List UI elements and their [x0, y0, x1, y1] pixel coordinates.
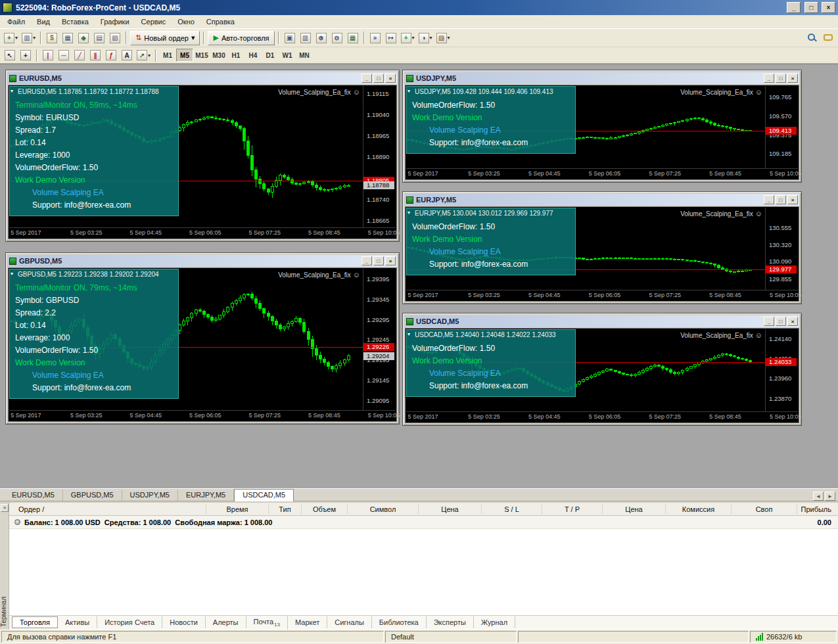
search-button[interactable] — [804, 30, 820, 45]
chart-minimize-button[interactable]: _ — [764, 317, 774, 326]
chart-tab-GBPUSD,M5[interactable]: GBPUSD,M5 — [63, 490, 122, 501]
data-window-button[interactable]: ▦ — [60, 30, 76, 45]
ea-name-badge[interactable]: Volume_Scalping_Ea_fix☺ — [278, 271, 360, 279]
terminal-tab-Активы[interactable]: Активы — [58, 616, 97, 628]
chart-minimize-button[interactable]: _ — [361, 74, 372, 83]
timeframe-MN-button[interactable]: MN — [296, 49, 313, 62]
column-header-12[interactable]: Прибыль — [797, 505, 838, 514]
time-axis[interactable]: 5 Sep 20175 Sep 03:255 Sep 04:455 Sep 06… — [9, 410, 396, 421]
chart-restore-button[interactable]: □ — [373, 74, 384, 83]
column-header-6[interactable]: Цена — [419, 505, 482, 514]
chart-close-button[interactable]: × — [787, 74, 798, 83]
column-header-10[interactable]: Комиссия — [666, 505, 732, 514]
column-header-8[interactable]: T / P — [542, 505, 603, 514]
chart-restore-button[interactable]: □ — [373, 256, 384, 265]
strategy-tester-button[interactable]: ▧ — [107, 30, 123, 45]
add-indicator-button[interactable]: +▾ — [399, 30, 417, 45]
terminal-tab-Журнал[interactable]: Журнал — [474, 616, 515, 628]
autotrading-button[interactable]: ▶Авто-торговля — [208, 31, 274, 45]
column-header-11[interactable]: Своп — [732, 505, 797, 514]
menu-Окно[interactable]: Окно — [172, 16, 200, 28]
chart-window-titlebar[interactable]: USDJPY,M5_□× — [405, 72, 799, 84]
navigator-button[interactable]: ◆ — [76, 30, 91, 45]
horizontal-line-button[interactable]: ─ — [56, 48, 72, 63]
terminal-button[interactable]: ▤ — [91, 30, 107, 45]
trend-line-button[interactable]: ╱ — [72, 48, 87, 63]
equidistant-channel-button[interactable]: ∥ — [87, 48, 103, 63]
column-header-9[interactable]: Цена — [603, 505, 666, 514]
arrows-button[interactable]: ↗▾ — [135, 48, 152, 63]
zoom-in-button[interactable]: ⊕ — [314, 30, 329, 45]
vertical-line-button[interactable]: | — [40, 48, 56, 63]
chart-minimize-button[interactable]: _ — [764, 74, 774, 83]
chart-close-button[interactable]: × — [385, 74, 396, 83]
chart-minimize-button[interactable]: _ — [361, 256, 372, 265]
auto-scroll-button[interactable]: » — [367, 30, 383, 45]
terminal-tab-Новости[interactable]: Новости — [162, 616, 206, 628]
chart-minimize-button[interactable]: _ — [764, 195, 774, 204]
chart-tab-EURUSD,M5[interactable]: EURUSD,M5 — [4, 490, 63, 501]
time-axis[interactable]: 5 Sep 20175 Sep 03:255 Sep 04:455 Sep 06… — [406, 411, 798, 422]
column-header-5[interactable]: Символ — [348, 505, 419, 514]
terminal-tab-Библиотека[interactable]: Библиотека — [372, 616, 427, 628]
column-header-1[interactable]: Ордер / — [9, 505, 206, 514]
chart-plot-area[interactable]: TerminalMonitor ON, 59ms, ~14msSymbol: E… — [9, 86, 363, 227]
chart-plot-area[interactable]: VolumeOrderFlow: 1.50Work Demo VersionVo… — [406, 86, 765, 168]
ea-name-badge[interactable]: Volume_Scalping_Ea_fix☺ — [680, 210, 762, 218]
profiles-button[interactable]: ▥▾ — [20, 30, 37, 45]
chart-window-titlebar[interactable]: EURUSD,M5_□× — [8, 72, 397, 84]
terminal-close-button[interactable]: × — [1, 504, 9, 512]
cursor-button[interactable]: ↖ — [2, 48, 18, 63]
timeframe-D1-button[interactable]: D1 — [262, 49, 279, 62]
ea-name-badge[interactable]: Volume_Scalping_Ea_fix☺ — [278, 88, 360, 96]
statusbar-profile[interactable]: Default — [385, 631, 517, 643]
chart-tab-USDCAD,M5[interactable]: USDCAD,M5 — [234, 489, 294, 501]
chart-window-titlebar[interactable]: EURJPY,M5_□× — [405, 194, 799, 206]
ea-status-icon[interactable]: ☺ — [353, 271, 360, 279]
chart-plot-area[interactable]: TerminalMonitor ON, 79ms, ~14msSymbol: G… — [9, 269, 363, 410]
ea-status-icon[interactable]: ☺ — [755, 331, 762, 339]
terminal-tab-Торговля[interactable]: Торговля — [12, 616, 58, 628]
ea-status-icon[interactable]: ☺ — [755, 210, 762, 218]
column-header-3[interactable]: Тип — [269, 505, 302, 514]
timeframe-M30-button[interactable]: M30 — [210, 49, 227, 62]
chart-tab-USDJPY,M5[interactable]: USDJPY,M5 — [122, 490, 178, 501]
tile-grid-button[interactable]: ▦ — [345, 30, 361, 45]
time-axis[interactable]: 5 Sep 20175 Sep 03:255 Sep 04:455 Sep 06… — [9, 227, 396, 238]
one-click-trading-arrow-icon[interactable]: ▾ — [407, 331, 410, 337]
time-axis[interactable]: 5 Sep 20175 Sep 03:255 Sep 04:455 Sep 06… — [406, 168, 798, 179]
terminal-tab-Эксперты[interactable]: Эксперты — [427, 616, 474, 628]
timeframe-M1-button[interactable]: M1 — [159, 49, 176, 62]
chat-button[interactable] — [820, 30, 836, 45]
timeframe-W1-button[interactable]: W1 — [279, 49, 296, 62]
ea-name-badge[interactable]: Volume_Scalping_Ea_fix☺ — [680, 331, 762, 339]
scroll-right-button[interactable]: ► — [825, 492, 835, 501]
one-click-trading-arrow-icon[interactable]: ▾ — [407, 210, 410, 216]
chart-restore-button[interactable]: □ — [776, 317, 786, 326]
terminal-tab-Сигналы[interactable]: Сигналы — [327, 616, 372, 628]
one-click-trading-arrow-icon[interactable]: ▾ — [11, 88, 13, 94]
menu-Графики[interactable]: Графики — [95, 16, 135, 28]
price-axis[interactable]: 130.555130.320130.090129.855129.977 — [765, 208, 798, 290]
terminal-tab-История Счета[interactable]: История Счета — [97, 616, 162, 628]
window-titlebar[interactable]: 5225094: RoboForex-ProCent - USDCAD,M5 _… — [0, 0, 838, 15]
new-chart-button[interactable]: +▾ — [2, 30, 20, 45]
chart-window-titlebar[interactable]: GBPUSD,M5_□× — [8, 255, 397, 267]
column-header-7[interactable]: S / L — [482, 505, 542, 514]
timeframe-H1-button[interactable]: H1 — [227, 49, 244, 62]
timeframe-H4-button[interactable]: H4 — [244, 49, 262, 62]
timeframe-M5-button[interactable]: M5 — [176, 49, 193, 62]
crosshair-button[interactable]: + — [18, 48, 34, 63]
menu-Вставка[interactable]: Вставка — [56, 16, 95, 28]
chart-plot-area[interactable]: VolumeOrderFlow: 1.50Work Demo VersionVo… — [406, 329, 765, 411]
terminal-tab-Почта[interactable]: Почта13 — [246, 616, 288, 630]
templates-button[interactable]: ▨▾ — [434, 30, 452, 45]
chart-restore-button[interactable]: □ — [776, 74, 786, 83]
ea-status-icon[interactable]: ☺ — [755, 88, 762, 96]
chart-restore-button[interactable]: □ — [776, 195, 786, 204]
ea-name-badge[interactable]: Volume_Scalping_Ea_fix☺ — [680, 88, 762, 96]
terminal-tab-Маркет[interactable]: Маркет — [288, 616, 327, 628]
one-click-trading-arrow-icon[interactable]: ▾ — [407, 88, 410, 94]
menu-Вид[interactable]: Вид — [31, 16, 56, 28]
chart-shift-button[interactable]: ↦ — [383, 30, 399, 45]
